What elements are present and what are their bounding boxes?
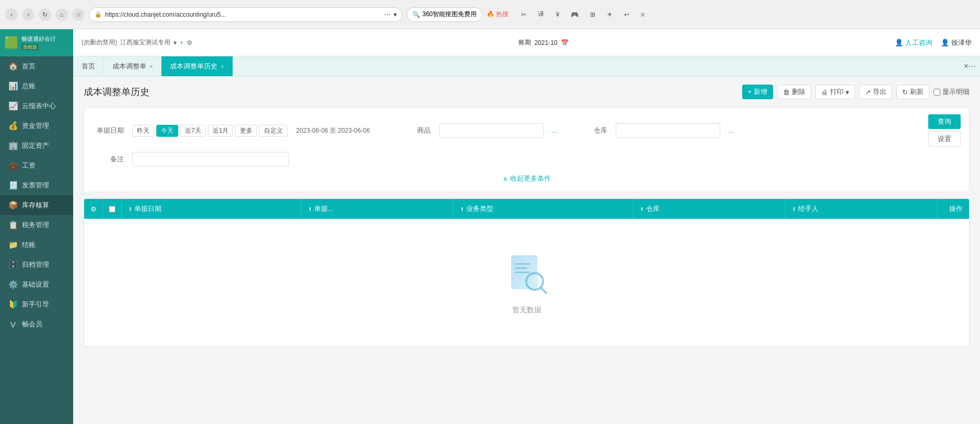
select-all-checkbox[interactable] bbox=[109, 206, 116, 213]
sidebar-label-inventory: 库存核算 bbox=[22, 201, 49, 210]
warehouse-input[interactable] bbox=[616, 123, 720, 138]
company-dropdown-icon[interactable]: ▾ bbox=[174, 39, 177, 46]
close-tab-icon[interactable]: × bbox=[964, 62, 969, 71]
sidebar-icon-settings: ⚙️ bbox=[8, 280, 18, 289]
warehouse-more-btn[interactable]: ... bbox=[729, 127, 734, 134]
goods-more-btn[interactable]: ... bbox=[552, 127, 557, 134]
menu-tool[interactable]: ≡ bbox=[638, 10, 648, 19]
th-checkbox[interactable] bbox=[103, 199, 122, 219]
sidebar-item-funds[interactable]: 💰资金管理 bbox=[0, 116, 73, 136]
sidebar-item-fixed-assets[interactable]: 🏢固定资产 bbox=[0, 136, 73, 156]
show-details-checkbox[interactable]: 显示明细 bbox=[933, 87, 970, 97]
goods-input[interactable] bbox=[439, 123, 544, 138]
query-button[interactable]: 查询 bbox=[928, 114, 961, 129]
export-icon: ↗ bbox=[865, 88, 871, 96]
translate-tool[interactable]: 译 bbox=[535, 9, 547, 20]
settings-icon[interactable]: ⚙ bbox=[187, 39, 192, 46]
today-btn[interactable]: 今天 bbox=[156, 125, 178, 137]
brightness-tool[interactable]: ☀ bbox=[604, 10, 616, 19]
svg-rect-1 bbox=[515, 263, 531, 265]
lastmonth-btn[interactable]: 近1月 bbox=[208, 125, 234, 137]
sidebar-item-archive[interactable]: 🗄️归档管理 bbox=[0, 255, 73, 275]
sidebar-icon-home: 🏠 bbox=[8, 62, 18, 71]
home-button[interactable]: ⌂ bbox=[55, 8, 68, 21]
sidebar-item-settings[interactable]: ⚙️基础设置 bbox=[0, 275, 73, 295]
th-biztype[interactable]: ⬆ 业务类型 bbox=[454, 199, 633, 219]
sidebar-item-payroll[interactable]: 💼工资 bbox=[0, 156, 73, 175]
settings-filter-button[interactable]: 设置 bbox=[928, 131, 961, 147]
bookmark-button[interactable]: ☆ bbox=[72, 8, 85, 21]
undo-tool[interactable]: ↩ bbox=[621, 10, 632, 19]
filter-row-2: 备注 bbox=[93, 152, 961, 167]
tab-cost-adjust-close[interactable]: × bbox=[149, 63, 153, 69]
sidebar-item-tax[interactable]: 📋税务管理 bbox=[0, 215, 73, 235]
sidebar-item-inventory[interactable]: 📦库存核算 bbox=[0, 195, 73, 215]
data-table: ⚙ ⬆ 单据日期 ⬆ 单据... ⬆ 业务类型 bbox=[84, 198, 970, 347]
custom-date-btn[interactable]: 自定义 bbox=[259, 125, 287, 137]
period-info: 账期 2021-10 📅 bbox=[518, 38, 568, 47]
add-icon[interactable]: + bbox=[180, 39, 183, 46]
tab-cost-adjust[interactable]: 成本调整单 × bbox=[104, 56, 162, 76]
delete-icon: 🗑 bbox=[783, 88, 790, 96]
collapse-up-icon: ∧ bbox=[503, 175, 508, 183]
show-details-input[interactable] bbox=[933, 89, 940, 96]
calendar-icon[interactable]: 📅 bbox=[561, 39, 569, 46]
th-date-label: 单据日期 bbox=[134, 204, 162, 214]
sidebar-item-closing[interactable]: 📁结账 bbox=[0, 235, 73, 255]
th-date[interactable]: ⬆ 单据日期 bbox=[122, 199, 302, 219]
more-tabs-icon[interactable]: ⋯ bbox=[969, 62, 976, 70]
th-gear[interactable]: ⚙ bbox=[84, 199, 103, 219]
sidebar-item-reports[interactable]: 📈云报表中心 bbox=[0, 96, 73, 116]
sidebar-item-home[interactable]: 🏠首页 bbox=[0, 56, 73, 76]
th-ops-label: 操作 bbox=[949, 204, 963, 214]
user-menu[interactable]: 👤 徐泽华 bbox=[941, 38, 972, 48]
service-button[interactable]: 👤 人工咨询 bbox=[895, 38, 932, 48]
tab-cost-adjust-history[interactable]: 成本调整单历史 × bbox=[162, 56, 233, 76]
collapse-button[interactable]: ∧ 收起更多条件 bbox=[497, 172, 557, 185]
grid-tool[interactable]: ⊞ bbox=[587, 10, 598, 19]
sidebar-item-vip[interactable]: V畅会员 bbox=[0, 314, 73, 334]
th-handler[interactable]: ⬆ 经手人 bbox=[786, 199, 938, 219]
refresh-icon: ↻ bbox=[902, 88, 908, 96]
sidebar-item-ledger[interactable]: 📊总账 bbox=[0, 76, 73, 96]
svg-point-5 bbox=[529, 276, 540, 287]
refresh-button-toolbar[interactable]: ↻ 刷新 bbox=[896, 85, 929, 99]
back-button[interactable]: ‹ bbox=[5, 8, 18, 21]
refresh-button[interactable]: ↻ bbox=[39, 8, 51, 21]
scissors-tool[interactable]: ✂ bbox=[518, 10, 529, 19]
forward-button[interactable]: › bbox=[22, 8, 34, 21]
sidebar-label-home: 首页 bbox=[22, 62, 36, 71]
delete-button[interactable]: 🗑 删除 bbox=[777, 85, 811, 99]
sidebar-icon-payroll: 💼 bbox=[8, 161, 18, 170]
tab-home[interactable]: 首页 bbox=[73, 56, 104, 76]
sort-up-icon: ⬆ bbox=[128, 206, 132, 212]
sidebar-icon-guide: 🔰 bbox=[8, 300, 18, 309]
tab-cost-adjust-history-close[interactable]: × bbox=[221, 63, 224, 69]
add-button[interactable]: + 新增 bbox=[742, 85, 773, 99]
th-docno-label: 单据... bbox=[314, 204, 333, 214]
sidebar-label-fixed-assets: 固定资产 bbox=[22, 141, 49, 150]
export-button[interactable]: ↗ 导出 bbox=[859, 85, 892, 99]
address-bar[interactable]: 🔒 https://cloud.chanjet.com/accounting/u… bbox=[89, 7, 402, 22]
th-warehouse[interactable]: ⬆ 仓库 bbox=[633, 199, 786, 219]
sidebar-item-guide[interactable]: 🔰新手引导 bbox=[0, 295, 73, 314]
header-right: 👤 人工咨询 👤 徐泽华 bbox=[895, 38, 972, 48]
sort-up-icon-2: ⬆ bbox=[308, 206, 312, 212]
sidebar-icon-funds: 💰 bbox=[8, 121, 18, 131]
browser-search-bar[interactable]: 🔍 360智能抠图免费用 bbox=[407, 7, 482, 22]
print-button[interactable]: 🖨 打印 ▾ bbox=[815, 85, 855, 99]
last7days-btn[interactable]: 近7天 bbox=[180, 125, 206, 137]
period-value: 2021-10 bbox=[534, 39, 557, 46]
sidebar-label-archive: 归档管理 bbox=[22, 260, 49, 269]
game-tool[interactable]: 🎮 bbox=[568, 10, 582, 19]
remarks-input[interactable] bbox=[132, 152, 289, 167]
sidebar-icon-closing: 📁 bbox=[8, 240, 18, 250]
th-warehouse-label: 仓库 bbox=[646, 204, 660, 214]
sidebar-item-invoice[interactable]: 🧾发票管理 bbox=[0, 175, 73, 195]
yesterday-btn[interactable]: 昨天 bbox=[132, 125, 154, 137]
period-label: 账期 bbox=[518, 38, 531, 47]
th-docno[interactable]: ⬆ 单据... bbox=[302, 199, 454, 219]
more-date-btn[interactable]: 更多 bbox=[235, 125, 257, 137]
search-placeholder: 360智能抠图免费用 bbox=[422, 10, 477, 19]
wallet-tool[interactable]: ¥ bbox=[552, 10, 562, 19]
